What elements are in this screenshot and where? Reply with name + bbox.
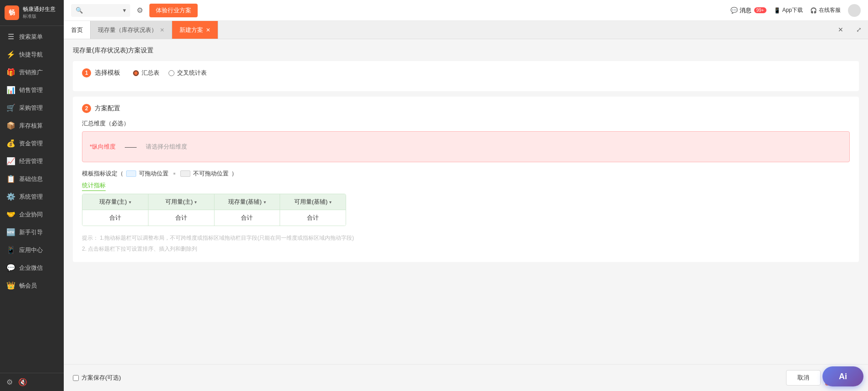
sidebar-item-label: 畅会员 <box>19 282 37 290</box>
sidebar-item-inventory[interactable]: 📦 库存核算 <box>0 117 64 134</box>
sound-icon[interactable]: 🔇 <box>18 378 27 386</box>
sidebar-item-member[interactable]: 👑 畅会员 <box>0 277 64 294</box>
message-badge: 99+ <box>754 7 766 13</box>
stats-title: 统计指标 <box>82 181 106 191</box>
col-header-3[interactable]: 可用量(基辅) ▾ <box>280 194 346 210</box>
app-download-button[interactable]: 📱 App下载 <box>774 6 803 14</box>
stats-cell-3: 合计 <box>280 210 346 226</box>
tab-inventory-status-label: 现存量（库存状况表） <box>98 26 157 34</box>
enterprise-icon: 🤝 <box>6 210 15 219</box>
radio-summary-input[interactable] <box>133 70 139 76</box>
new-guide-icon: 🆕 <box>6 228 15 237</box>
radio-cross-input[interactable] <box>168 70 174 76</box>
legend-fixed-box <box>180 170 190 177</box>
search-menu-icon: ☰ <box>6 32 15 41</box>
stats-table-header: 现存量(主) ▾ 可用量(主) ▾ 现存量(基辅) ▾ 可用量(基辅) <box>82 194 346 210</box>
save-checkbox[interactable] <box>73 375 79 381</box>
inventory-icon: 📦 <box>6 121 15 130</box>
sidebar-item-purchase[interactable]: 🛒 采购管理 <box>0 99 64 117</box>
sidebar-item-label: 经营管理 <box>19 157 43 165</box>
col-header-3-chevron: ▾ <box>329 200 332 205</box>
sidebar-item-search-menu[interactable]: ☰ 搜索菜单 <box>0 28 64 46</box>
main-area: 🔍 ▾ ⚙ 体验行业方案 💬 消息 99+ 📱 App下载 🎧 在线客服 <box>64 0 868 391</box>
search-input[interactable] <box>85 7 121 14</box>
sidebar-item-system[interactable]: ⚙️ 系统管理 <box>0 188 64 206</box>
sidebar-item-label: 库存核算 <box>19 122 43 130</box>
sidebar: 畅 畅康通好生意 标准版 ☰ 搜索菜单 ⚡ 快捷导航 🎁 营销推广 📊 销售管理… <box>0 0 64 391</box>
app-download-label: App下载 <box>782 6 803 14</box>
sidebar-item-app-center[interactable]: 📱 应用中心 <box>0 241 64 259</box>
basic-info-icon: 📋 <box>6 175 15 183</box>
ai-float-button[interactable]: Ai <box>822 366 863 386</box>
topbar: 🔍 ▾ ⚙ 体验行业方案 💬 消息 99+ 📱 App下载 🎧 在线客服 <box>64 0 868 21</box>
save-label: 方案保存(可选) <box>82 374 121 382</box>
tab-new-scheme[interactable]: 新建方案 ✕ <box>172 21 218 39</box>
finance-icon: 💰 <box>6 139 15 148</box>
member-icon: 👑 <box>6 281 15 290</box>
topbar-right: 💬 消息 99+ 📱 App下载 🎧 在线客服 <box>730 4 861 17</box>
col-header-1[interactable]: 可用量(主) ▾ <box>148 194 214 210</box>
sidebar-item-finance[interactable]: 💰 资金管理 <box>0 134 64 152</box>
sidebar-item-new-guide[interactable]: 🆕 新手引导 <box>0 223 64 241</box>
tab-home[interactable]: 首页 <box>64 21 91 39</box>
expand-window-button[interactable]: ⤢ <box>850 21 868 39</box>
industry-plan-button[interactable]: 体验行业方案 <box>149 4 198 17</box>
sidebar-item-label: 企业微信 <box>19 264 43 272</box>
window-controls: ✕ ⤢ <box>832 21 868 39</box>
dimension-box[interactable]: *纵向维度 —— 请选择分组维度 <box>82 131 850 162</box>
legend-draggable-label: 可拖动位置 <box>139 170 168 178</box>
user-avatar-button[interactable] <box>848 4 861 17</box>
dimension-placeholder: 请选择分组维度 <box>146 143 187 151</box>
content-area: 现存量(库存状况表)方案设置 1 选择模板 汇总表 交叉统计表 <box>64 39 868 364</box>
sidebar-item-quick-nav[interactable]: ⚡ 快捷导航 <box>0 46 64 63</box>
tab-new-scheme-close[interactable]: ✕ <box>206 27 210 33</box>
sidebar-item-enterprise[interactable]: 🤝 企业协同 <box>0 206 64 223</box>
sidebar-item-basic-info[interactable]: 📋 基础信息 <box>0 170 64 188</box>
purchase-icon: 🛒 <box>6 103 15 112</box>
col-header-2[interactable]: 现存量(基辅) ▾ <box>214 194 281 210</box>
template-radio-group: 汇总表 交叉统计表 <box>133 69 207 77</box>
sidebar-item-label: 搜索菜单 <box>19 33 43 41</box>
message-label: 消息 <box>740 6 751 15</box>
legend-separator: ▪ <box>171 170 178 178</box>
tip-1: 提示： 1.拖动标题栏可以调整布局，不可跨维度或指标区域拖动栏目字段(只能在同一… <box>82 233 850 243</box>
tab-new-scheme-label: 新建方案 <box>179 26 203 34</box>
col-header-2-chevron: ▾ <box>264 200 266 205</box>
online-service-button[interactable]: 🎧 在线客服 <box>810 6 841 14</box>
sidebar-item-marketing[interactable]: 🎁 营销推广 <box>0 63 64 81</box>
indicators-label: 模板指标设定（ <box>82 170 123 178</box>
messages-button[interactable]: 💬 消息 99+ <box>730 6 766 15</box>
sidebar-item-label: 快捷导航 <box>19 51 43 59</box>
tab-inventory-status[interactable]: 现存量（库存状况表） ✕ <box>91 21 172 39</box>
col-header-0[interactable]: 现存量(主) ▾ <box>82 194 148 210</box>
stats-cell-2: 合计 <box>214 210 281 226</box>
sidebar-item-operations[interactable]: 📈 经营管理 <box>0 152 64 170</box>
search-dropdown-icon[interactable]: ▾ <box>123 6 126 15</box>
legend-fixed-label: 不可拖动位置 <box>193 170 229 178</box>
tab-inventory-status-close[interactable]: ✕ <box>160 27 164 33</box>
stats-table-row: 合计 合计 合计 合计 <box>82 210 346 226</box>
step2-section: 2 方案配置 汇总维度（必选） *纵向维度 —— 请选择分组维度 模板指标设定（… <box>73 97 859 262</box>
sidebar-item-enterprise-weixin[interactable]: 💬 企业微信 <box>0 259 64 277</box>
radio-cross[interactable]: 交叉统计表 <box>168 69 207 77</box>
sidebar-item-sales[interactable]: 📊 销售管理 <box>0 81 64 99</box>
close-window-button[interactable]: ✕ <box>832 21 850 39</box>
save-option[interactable]: 方案保存(可选) <box>73 374 121 382</box>
app-logo: 畅 畅康通好生意 标准版 <box>0 0 64 26</box>
step1-num: 1 <box>82 68 91 77</box>
tips: 提示： 1.拖动标题栏可以调整布局，不可跨维度或指标区域拖动栏目字段(只能在同一… <box>82 233 850 254</box>
sidebar-item-label: 应用中心 <box>19 246 43 254</box>
legend-close-paren: ） <box>231 170 237 178</box>
tip-2: 2. 点击标题栏下拉可设置排序、插入列和删除列 <box>82 244 850 254</box>
topbar-gear-icon[interactable]: ⚙ <box>137 6 143 15</box>
sidebar-item-label: 新手引导 <box>19 228 43 237</box>
indicators-legend-row: 模板指标设定（ 可拖动位置 ▪ 不可拖动位置 ） <box>82 170 850 178</box>
app-name: 畅康通好生意 <box>23 6 56 13</box>
radio-summary[interactable]: 汇总表 <box>133 69 159 77</box>
settings-bottom-icon[interactable]: ⚙ <box>6 378 13 386</box>
sidebar-item-label: 采购管理 <box>19 104 43 112</box>
stats-cell-0: 合计 <box>82 210 148 226</box>
dimension-required: *纵向维度 <box>90 143 116 151</box>
cancel-button[interactable]: 取消 <box>786 370 821 386</box>
col-header-1-chevron: ▾ <box>194 200 197 205</box>
